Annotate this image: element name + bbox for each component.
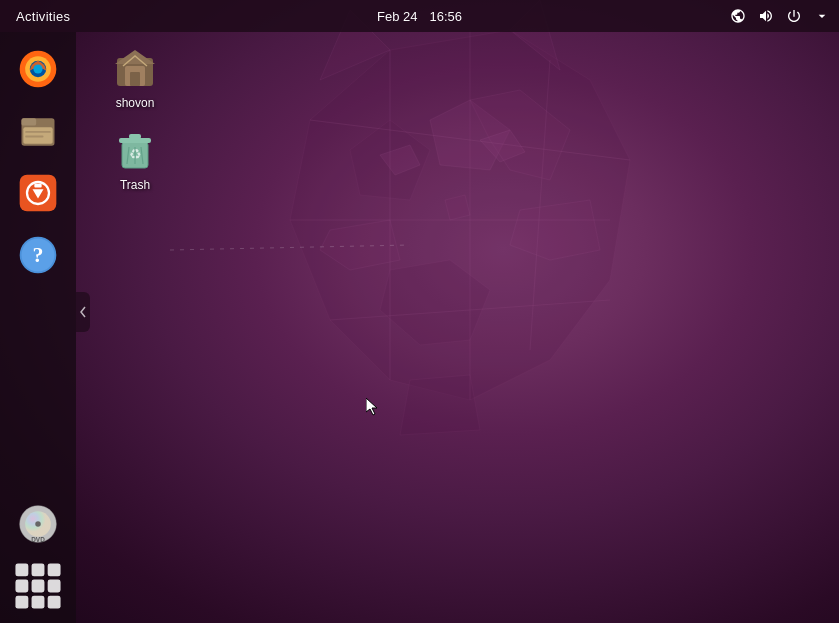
svg-rect-52 (32, 596, 45, 609)
desktop: .cat-line { stroke: rgba(180,100,160,0.4… (0, 0, 839, 623)
svg-rect-53 (48, 596, 61, 609)
svg-text:?: ? (33, 242, 44, 267)
desktop-icon-home[interactable]: shovon (100, 40, 170, 114)
volume-icon[interactable] (757, 7, 775, 25)
dock-item-help[interactable]: ? (9, 226, 67, 284)
svg-rect-32 (25, 136, 43, 138)
time-display: 16:56 (429, 9, 462, 24)
dock-collapse-handle[interactable] (76, 292, 90, 332)
svg-rect-30 (23, 127, 52, 143)
trash-icon-label: Trash (120, 178, 150, 192)
date-display: Feb 24 (377, 9, 417, 24)
show-applications-button[interactable] (9, 557, 67, 615)
power-icon[interactable] (785, 7, 803, 25)
svg-rect-50 (48, 580, 61, 593)
dock-item-files[interactable] (9, 102, 67, 160)
cat-illustration: .cat-line { stroke: rgba(180,100,160,0.4… (90, 0, 839, 623)
svg-rect-47 (48, 563, 61, 576)
svg-rect-48 (15, 580, 28, 593)
svg-rect-31 (25, 131, 51, 133)
desktop-icons: shovon ♻ Trash (100, 40, 170, 196)
svg-rect-29 (22, 118, 37, 125)
svg-rect-45 (15, 563, 28, 576)
topbar-center: Feb 24 16:56 (377, 9, 462, 24)
svg-rect-46 (32, 563, 45, 576)
desktop-icon-trash[interactable]: ♻ Trash (100, 122, 170, 196)
svg-text:DVD: DVD (31, 536, 45, 543)
dock-item-firefox[interactable] (9, 40, 67, 98)
svg-rect-49 (32, 580, 45, 593)
topbar-right (729, 7, 831, 25)
dock-item-dvd[interactable]: DVD (9, 495, 67, 553)
topbar: Activities Feb 24 16:56 (0, 0, 839, 32)
svg-marker-55 (115, 50, 155, 64)
system-menu-icon[interactable] (813, 7, 831, 25)
svg-rect-57 (130, 72, 140, 86)
home-icon-label: shovon (116, 96, 155, 110)
network-icon[interactable] (729, 7, 747, 25)
svg-rect-35 (34, 184, 41, 188)
dock-item-software[interactable] (9, 164, 67, 222)
svg-rect-51 (15, 596, 28, 609)
svg-rect-61 (129, 134, 141, 139)
svg-point-43 (35, 521, 41, 527)
dock: ? DVD (0, 32, 76, 623)
activities-button[interactable]: Activities (8, 9, 78, 24)
topbar-left: Activities (8, 9, 78, 24)
svg-marker-16 (400, 375, 480, 435)
svg-point-27 (33, 64, 42, 73)
